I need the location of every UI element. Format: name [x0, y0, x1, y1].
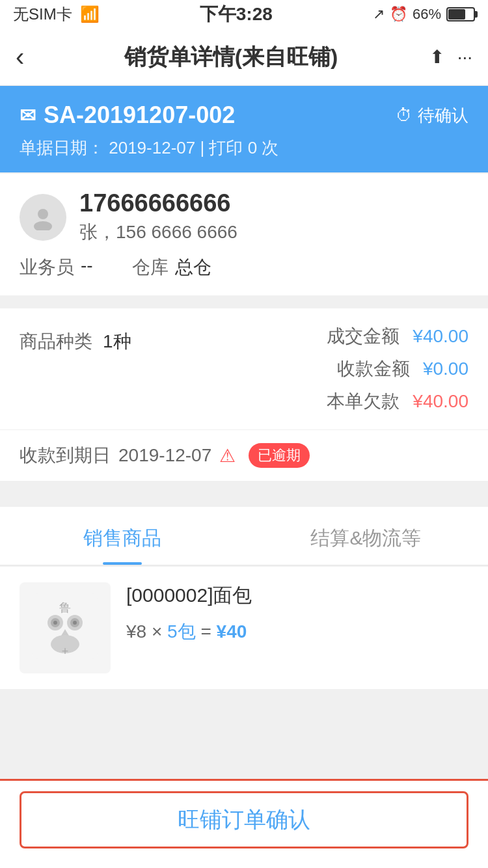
- order-icon: ✉: [20, 104, 36, 127]
- time-display: 下午3:28: [200, 2, 273, 27]
- order-meta: 单据日期： 2019-12-07 | 打印 0 次: [20, 137, 468, 159]
- receipt-value: ¥0.00: [423, 359, 468, 379]
- debt-value: ¥40.00: [413, 391, 468, 412]
- customer-avatar: [20, 194, 66, 241]
- due-date-value: 2019-12-07: [118, 445, 211, 466]
- status-left: 无SIM卡 📶: [13, 4, 100, 25]
- order-number: ✉ SA-20191207-002: [20, 102, 235, 129]
- back-button[interactable]: ‹: [16, 42, 55, 72]
- print-count: 打印 0 次: [209, 138, 278, 157]
- nav-bar: ‹ 销货单详情(来自旺铺) ⬆ ···: [0, 29, 488, 86]
- meta-separator: |: [200, 138, 209, 157]
- tabs-container: 销售商品 结算&物流等: [0, 507, 488, 565]
- svg-point-1: [34, 221, 52, 230]
- product-info: [0000002]面包 ¥8 × 5包 = ¥40: [126, 582, 468, 644]
- svg-text:+: +: [62, 645, 69, 658]
- status-label: 待确认: [418, 104, 468, 127]
- product-thumbnail: + 鲁: [20, 582, 111, 673]
- debt-label: 本单欠款: [327, 389, 400, 414]
- customer-name: 张，156 6666 6666: [79, 220, 237, 245]
- status-clock-icon: ⏱: [396, 105, 413, 126]
- warehouse-value: 总仓: [175, 255, 211, 280]
- price-equals: =: [196, 621, 217, 642]
- overdue-icon: ⚠: [219, 445, 236, 467]
- overdue-badge: 已逾期: [249, 443, 310, 468]
- due-date-label: 收款到期日: [20, 443, 111, 468]
- customer-phone: 17666666666: [79, 189, 237, 217]
- due-date-card: 收款到期日 2019-12-07 ⚠ 已逾期: [0, 429, 488, 481]
- order-number-text: SA-20191207-002: [44, 102, 235, 129]
- receipt-label: 收款金额: [337, 357, 410, 381]
- more-icon[interactable]: ···: [457, 47, 472, 68]
- svg-point-8: [73, 621, 77, 625]
- footer: 旺铺订单确认: [0, 779, 488, 868]
- tab-settlement[interactable]: 结算&物流等: [244, 507, 488, 565]
- sales-value: --: [81, 255, 93, 280]
- nav-actions: ⬆ ···: [407, 46, 472, 68]
- divider-2: [0, 481, 488, 494]
- svg-point-7: [53, 621, 57, 625]
- price-text: ¥8 ×: [126, 621, 167, 642]
- battery-label: 66%: [413, 6, 441, 23]
- customer-extra: 业务员 -- 仓库 总仓: [20, 255, 468, 280]
- svg-text:鲁: 鲁: [59, 601, 71, 614]
- location-icon: ↗: [373, 6, 385, 23]
- status-right: ↗ ⏰ 66%: [373, 6, 475, 23]
- order-date-label: 单据日期：: [20, 138, 104, 157]
- order-status: ⏱ 待确认: [396, 104, 468, 127]
- kind-value: 1种: [103, 329, 131, 354]
- order-date: 2019-12-07: [109, 138, 195, 157]
- product-logo: + 鲁: [33, 593, 98, 663]
- share-icon[interactable]: ⬆: [429, 46, 444, 68]
- carrier-label: 无SIM卡: [13, 4, 72, 25]
- product-section: + 鲁 [0000002]面包 ¥8 × 5包 = ¥40: [0, 567, 488, 689]
- page-title: 销货单详情(来自旺铺): [55, 42, 407, 72]
- product-name: [0000002]面包: [126, 582, 468, 609]
- order-header: ✉ SA-20191207-002 ⏱ 待确认 单据日期： 2019-12-07…: [0, 86, 488, 172]
- status-bar: 无SIM卡 📶 下午3:28 ↗ ⏰ 66%: [0, 0, 488, 29]
- alarm-icon: ⏰: [390, 6, 407, 23]
- tab-sales[interactable]: 销售商品: [0, 507, 244, 565]
- customer-card: 17666666666 张，156 6666 6666 业务员 -- 仓库 总仓: [0, 174, 488, 295]
- summary-card: 商品种类 1种 成交金额 ¥40.00 收款金额 ¥0.00 本单欠款 ¥40.…: [0, 308, 488, 429]
- sales-label: 业务员: [20, 255, 74, 280]
- price-total: ¥40: [217, 621, 247, 642]
- product-price: ¥8 × 5包 = ¥40: [126, 619, 468, 644]
- warehouse-label: 仓库: [132, 255, 169, 280]
- amount-value: ¥40.00: [413, 326, 468, 347]
- battery-icon: [446, 7, 475, 21]
- svg-point-0: [38, 209, 48, 219]
- wifi-icon: 📶: [80, 5, 100, 23]
- price-qty: 5包: [167, 621, 196, 642]
- divider-1: [0, 295, 488, 308]
- kind-label: 商品种类: [20, 329, 92, 354]
- amount-label: 成交金额: [327, 324, 400, 349]
- confirm-order-button[interactable]: 旺铺订单确认: [20, 791, 468, 848]
